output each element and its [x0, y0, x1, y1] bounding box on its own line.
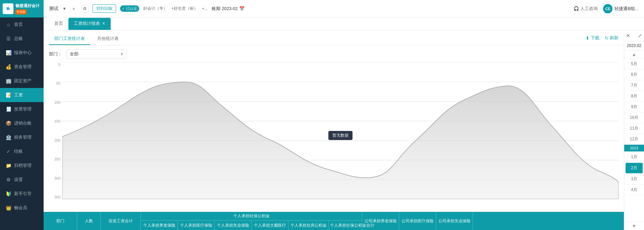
- th-unemployment: 个人承担失业保险: [215, 221, 252, 230]
- sidebar-logo: 畅 畅捷通好会计 专业版: [0, 0, 44, 17]
- status-badge: ✓ 已认证: [120, 5, 139, 12]
- year-display: 2023.02: [624, 41, 644, 50]
- sidebar-item-settings[interactable]: ⚙ 设置: [0, 173, 44, 187]
- sidebar-item-guide[interactable]: 🔰 新手引导: [0, 187, 44, 201]
- sidebar-item-home[interactable]: ⌂ 首页: [0, 17, 44, 32]
- sidebar-item-funds[interactable]: 💰 资金管理: [0, 60, 44, 74]
- month-item-5[interactable]: 5月: [624, 59, 644, 70]
- y-label-0: 350: [49, 195, 62, 199]
- tab-salary-report[interactable]: 工资统计报表 ✕: [68, 18, 111, 30]
- expand-icon[interactable]: ⤢: [638, 33, 642, 38]
- download-btn[interactable]: ⬇ 下载: [586, 35, 599, 41]
- right-panel-header: ✕ ⤢: [624, 30, 644, 41]
- sidebar-item-label: 结账: [14, 148, 23, 154]
- sidebar-item-label: 税务管理: [14, 134, 32, 140]
- avatar: CE: [603, 4, 612, 13]
- dept-select[interactable]: 全部 财务部 行政部 销售部 技术部: [66, 49, 126, 58]
- close-icon[interactable]: ✕: [626, 33, 630, 38]
- y-label-5: 100: [49, 100, 62, 104]
- dept-select-wrapper: 全部 财务部 行政部 销售部 技术部 ▼: [66, 49, 126, 58]
- inner-content: 部门工资统计表 月份统计表 ⬇ 下载 ↻ 刷新: [44, 30, 624, 230]
- subtab-dept[interactable]: 部门工资统计表: [49, 34, 90, 45]
- ledger-icon: ☰: [5, 36, 11, 41]
- tab-home[interactable]: 首页: [49, 18, 68, 30]
- right-panel: ✕ ⤢ 2023.02 ▲ 5月 6月 7月 8月 9月 10月 11月 12月…: [624, 30, 644, 230]
- refresh-icon: ↻: [605, 36, 608, 41]
- y-axis: 350 300 250 200 150 100 50 0: [49, 62, 62, 199]
- main-area: 测试 ▼ + ⚙ 切到旧版 ✓ 已认证 好会计（专） +好生意（标） +... …: [44, 0, 644, 230]
- help-btn[interactable]: 🎧 人工咨询: [574, 6, 598, 12]
- toolbar: 部门： 全部 财务部 行政部 销售部 技术部 ▼: [44, 45, 624, 62]
- sidebar-item-tax[interactable]: 🏦 税务管理: [0, 130, 44, 144]
- status-text: 已认证: [126, 6, 137, 11]
- calendar-icon[interactable]: 📅: [239, 6, 245, 11]
- y-label-1: 300: [49, 176, 62, 180]
- sidebar-item-label: 进销台账: [14, 120, 32, 126]
- funds-icon: 💰: [5, 64, 11, 70]
- sidebar-item-label: 首页: [14, 21, 23, 28]
- gear-button[interactable]: ⚙: [81, 5, 89, 12]
- tag-more: +...: [202, 6, 208, 11]
- subtab-monthly[interactable]: 月份统计表: [92, 34, 124, 45]
- logo-icon: 畅: [3, 3, 13, 14]
- assets-icon: 🏢: [5, 78, 11, 84]
- chevron-down-icon[interactable]: ▼: [632, 223, 637, 229]
- month-item-10[interactable]: 10月: [624, 112, 644, 123]
- company-dropdown-arrow[interactable]: ▼: [62, 6, 66, 11]
- sidebar-item-label: 归档管理: [14, 163, 32, 169]
- sidebar-item-reports[interactable]: 📊 报表中心: [0, 46, 44, 60]
- guide-icon: 🔰: [5, 191, 11, 196]
- th-pension: 个人承担养老保险: [141, 221, 178, 230]
- check-icon: ✓: [122, 6, 125, 11]
- th-group-social: 个人承担社保公积金 个人承担养老保险 个人承担医疗保险 个人承担失业保险 个人承…: [141, 212, 362, 230]
- subtabs: 部门工资统计表 月份统计表 ⬇ 下载 ↻ 刷新: [44, 30, 624, 45]
- month-item-8[interactable]: 8月: [624, 91, 644, 102]
- sidebar-item-label: 固定资产: [14, 78, 32, 84]
- month-item-1[interactable]: 1月: [624, 152, 644, 163]
- switch-old-btn[interactable]: 切到旧版: [93, 4, 116, 13]
- y-label-3: 200: [49, 138, 62, 142]
- year-nav-bottom: ▼: [624, 222, 644, 230]
- th-company-unemployment: 公司承担失业保险: [436, 212, 473, 230]
- th-medical: 个人承担医疗保险: [178, 221, 215, 230]
- logo-title: 畅捷通好会计: [15, 3, 40, 9]
- month-item-11[interactable]: 11月: [624, 123, 644, 134]
- tab-close-icon[interactable]: ✕: [102, 21, 105, 26]
- month-item-6[interactable]: 6月: [624, 70, 644, 80]
- period-value: 2023-02: [222, 6, 238, 11]
- sidebar-item-purchase[interactable]: 📦 进销台账: [0, 116, 44, 130]
- month-item-3[interactable]: 3月: [624, 174, 644, 185]
- logo-badge: 专业版: [15, 9, 26, 14]
- sidebar-item-archive[interactable]: 📁 归档管理: [0, 158, 44, 173]
- sidebar-item-ledger[interactable]: ☰ 总账: [0, 32, 44, 46]
- member-icon: 👑: [5, 205, 11, 211]
- month-item-4[interactable]: 4月: [624, 185, 644, 195]
- headset-icon: 🎧: [574, 6, 579, 11]
- sidebar-item-assets[interactable]: 🏢 固定资产: [0, 74, 44, 88]
- sidebar-item-closing[interactable]: ✓ 结账: [0, 144, 44, 158]
- y-label-2: 250: [49, 157, 62, 161]
- month-item-12[interactable]: 12月: [624, 134, 644, 145]
- logo-text: 畅捷通好会计 专业版: [15, 3, 40, 14]
- period-label: 账期 2023-02 📅: [212, 6, 245, 12]
- sidebar-item-invoice[interactable]: 🧾 发票管理: [0, 102, 44, 116]
- th-group-cells: 个人承担养老保险 个人承担医疗保险 个人承担失业保险 个人承担大额医疗 个人承担: [141, 221, 362, 230]
- tax-icon: 🏦: [5, 135, 11, 140]
- download-icon: ⬇: [586, 36, 589, 41]
- sidebar-item-label: 报表中心: [14, 50, 32, 56]
- subtab-actions: ⬇ 下载 ↻ 刷新: [586, 35, 619, 44]
- month-item-9[interactable]: 9月: [624, 102, 644, 112]
- chart-wrapper: 350 300 250 200 150 100 50 0: [44, 62, 624, 212]
- add-button[interactable]: +: [70, 5, 77, 12]
- th-total-salary: 应发工资合计: [101, 212, 141, 230]
- chevron-up-icon[interactable]: ▲: [632, 52, 637, 57]
- sidebar-item-salary[interactable]: 📝 工资: [0, 88, 44, 102]
- month-item-7[interactable]: 7月: [624, 80, 644, 91]
- th-housing-fund: 个人承担住房公积金: [288, 221, 329, 230]
- refresh-btn[interactable]: ↻ 刷新: [605, 35, 619, 41]
- month-list: 5月 6月 7月 8月 9月 10月 11月 12月 2023 1月 2月 3月…: [624, 59, 644, 222]
- year-2023-label: 2023: [624, 145, 644, 152]
- month-item-2-active[interactable]: 2月: [626, 163, 643, 174]
- sidebar-item-label: 总账: [14, 36, 23, 42]
- sidebar-item-member[interactable]: 👑 畅会员: [0, 201, 44, 215]
